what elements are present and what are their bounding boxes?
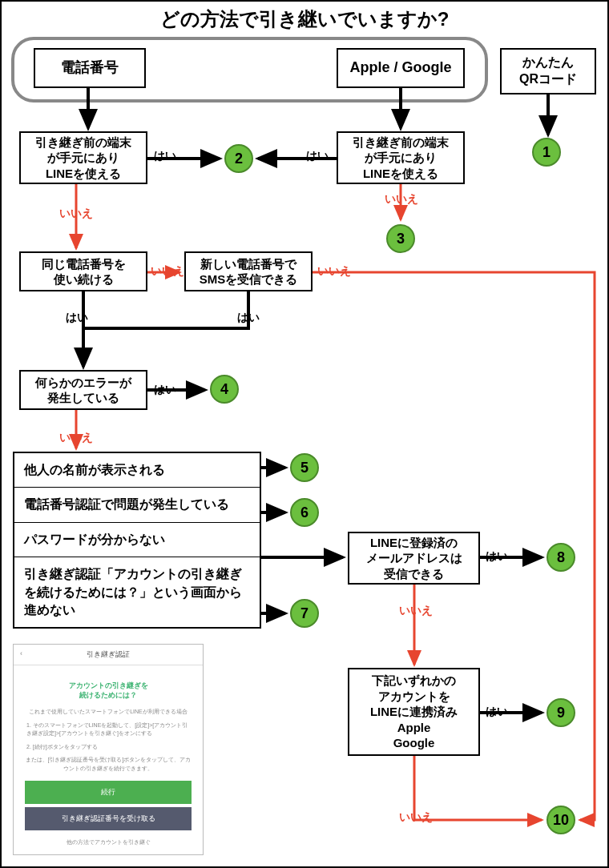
lbl-no-email: いいえ xyxy=(399,604,433,618)
result-7: 7 xyxy=(290,599,319,628)
result-4: 4 xyxy=(210,375,239,404)
lbl-yes-error: はい xyxy=(154,383,176,397)
mock-header: ‹ 引き継ぎ認証 xyxy=(14,645,203,665)
entry-qr: かんたんQRコード xyxy=(500,48,596,94)
panel-row-auth-stuck: 引き継ぎ認証「アカウントの引き継ぎを続けるためには？」という画面から進めない xyxy=(14,557,260,627)
lbl-yes-linked: はい xyxy=(486,705,508,719)
mock-btn-receive: 引き継ぎ認証番号を受け取る xyxy=(25,807,192,830)
lbl-no-new-sms: いいえ xyxy=(317,264,351,279)
result-5: 5 xyxy=(290,453,319,482)
result-9: 9 xyxy=(546,698,575,727)
lbl-no-phone-old: いいえ xyxy=(59,207,93,221)
entry-apple-google: Apple / Google xyxy=(337,48,465,88)
result-2: 2 xyxy=(224,144,253,173)
mock-screenshot: ‹ 引き継ぎ認証 アカウントの引き継ぎを続けるためには？ これまで使用していたス… xyxy=(13,644,204,855)
q-error: 何らかのエラーが発生している xyxy=(19,370,147,410)
lbl-yes-new-sms: はい xyxy=(237,311,260,325)
q-email-receive: LINEに登録済のメールアドレスは受信できる xyxy=(348,532,480,585)
q-same-number: 同じ電話番号を使い続ける xyxy=(19,251,147,291)
mock-desc: これまで使用していたスマートフォンでLINEが利用できる場合 xyxy=(23,708,193,717)
mock-or: または、[引き継ぎ認証番号を受け取る]ボタンをタップして、アカウントの引き継ぎを… xyxy=(23,756,193,773)
lbl-yes-same-num: はい xyxy=(66,311,88,325)
panel-row-phone-auth: 電話番号認証で問題が発生している xyxy=(14,488,260,522)
mock-btn-continue: 続行 xyxy=(25,781,192,804)
result-3: 3 xyxy=(386,224,415,253)
lbl-yes-phone-old: はい xyxy=(154,149,176,163)
mock-title: アカウントの引き継ぎを続けるためには？ xyxy=(23,681,193,700)
lbl-no-linked: いいえ xyxy=(399,810,433,825)
q-phone-old-device: 引き継ぎ前の端末が手元にありLINEを使える xyxy=(19,131,147,184)
mock-step1: 1. そのスマートフォンでLINEを起動して、[設定]>[アカウント引き継ぎ設定… xyxy=(23,721,193,738)
result-6: 6 xyxy=(290,498,319,527)
q-apple-old-device: 引き継ぎ前の端末が手元にありLINEを使える xyxy=(337,131,465,184)
panel-row-other-name: 他人の名前が表示される xyxy=(14,453,260,488)
result-10: 10 xyxy=(546,806,575,834)
entry-phone: 電話番号 xyxy=(34,48,146,88)
lbl-yes-email: はい xyxy=(486,549,508,564)
lbl-no-same-num: いいえ xyxy=(151,264,184,279)
chart-title: どの方法で引き継いでいますか? xyxy=(2,6,607,32)
issues-panel: 他人の名前が表示される 電話番号認証で問題が発生している パスワードが分からない… xyxy=(13,452,261,629)
lbl-yes-apple-old: はい xyxy=(306,149,329,163)
mock-link-other: 他の方法でアカウントを引き継ぐ xyxy=(14,834,203,851)
lbl-no-error: いいえ xyxy=(59,431,93,445)
back-icon: ‹ xyxy=(20,649,22,657)
q-new-number-sms: 新しい電話番号でSMSを受信できる xyxy=(184,251,313,291)
q-linked-account: 下記いずれかのアカウントをLINEに連携済みAppleGoogle xyxy=(348,668,480,756)
lbl-no-apple-old: いいえ xyxy=(385,192,418,207)
flowchart-canvas: どの方法で引き継いでいますか? 電話番号 Apple / Google かんたん… xyxy=(0,0,609,868)
result-1: 1 xyxy=(532,138,561,167)
result-8: 8 xyxy=(546,543,575,572)
mock-step2: 2. [続行]ボタンをタップする xyxy=(23,743,193,752)
panel-row-password: パスワードが分からない xyxy=(14,523,260,557)
